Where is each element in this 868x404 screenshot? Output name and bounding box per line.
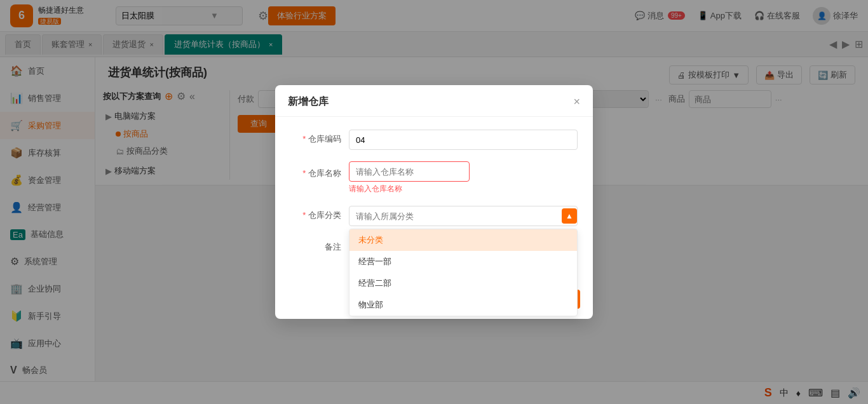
- category-input-wrapper: ▲ 未分类 经营一部 经营二部 物业部: [349, 206, 578, 226]
- warehouse-code-label: 仓库编码: [290, 130, 341, 145]
- category-text-input[interactable]: [349, 208, 562, 224]
- category-row[interactable]: ▲: [349, 206, 578, 226]
- warehouse-code-input[interactable]: [349, 130, 578, 150]
- warehouse-name-error: 请输入仓库名称: [349, 184, 402, 193]
- modal-overlay: 新增仓库 × 仓库编码 仓库名称 请输入仓库名称 仓库分类: [0, 0, 868, 404]
- modal-close-button[interactable]: ×: [573, 95, 580, 109]
- warehouse-category-row: 仓库分类 ▲ 未分类 经营一部 经营二部 物业部: [290, 206, 578, 226]
- warehouse-name-row: 仓库名称 请输入仓库名称: [290, 161, 578, 194]
- category-dropdown: 未分类 经营一部 经营二部 物业部: [349, 229, 578, 316]
- dropdown-item-2[interactable]: 经营二部: [349, 273, 577, 294]
- warehouse-name-input[interactable]: [349, 161, 470, 182]
- warehouse-code-row: 仓库编码: [290, 130, 578, 150]
- dropdown-item-0[interactable]: 未分类: [349, 229, 577, 251]
- warehouse-category-label: 仓库分类: [290, 206, 341, 221]
- warehouse-name-label: 仓库名称: [290, 164, 341, 179]
- modal-body: 仓库编码 仓库名称 请输入仓库名称 仓库分类 ▲: [275, 117, 593, 282]
- modal-new-warehouse: 新增仓库 × 仓库编码 仓库名称 请输入仓库名称 仓库分类: [275, 85, 593, 319]
- modal-header: 新增仓库 ×: [275, 85, 593, 117]
- dropdown-item-3[interactable]: 物业部: [349, 294, 577, 316]
- dropdown-item-1[interactable]: 经营一部: [349, 251, 577, 273]
- notes-label: 备注: [290, 238, 341, 253]
- dropdown-toggle-icon[interactable]: ▲: [562, 208, 577, 224]
